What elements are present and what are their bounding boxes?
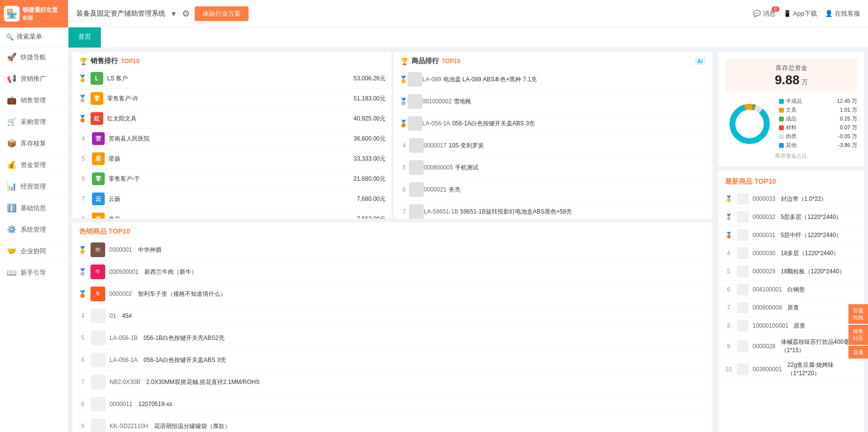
- table-row: 🥈 零 零售客户-许 51,183.00元: [72, 89, 391, 109]
- avatar: 星: [92, 152, 105, 165]
- sidebar-item-label: 基础信息: [21, 204, 46, 213]
- sidebar-item-label: 营销推广: [21, 74, 46, 83]
- legend-row: 肉类 -0.05 万: [779, 133, 857, 140]
- tab-home[interactable]: 首页: [69, 27, 101, 48]
- avatar: 苦: [92, 132, 105, 145]
- product-image: [91, 397, 106, 411]
- sidebar-item-system[interactable]: ⚙️ 系统管理: [0, 219, 68, 240]
- sidebar-item-collab[interactable]: 🤝 企业协同: [0, 240, 68, 262]
- product-image: 车: [91, 287, 105, 301]
- product-code: 0000017: [424, 142, 447, 149]
- product-name: 18颗粒板（1220*2440）: [781, 267, 858, 276]
- app-label: App下载: [793, 9, 817, 18]
- sidebar-item-inventory[interactable]: 📦 库存核算: [0, 133, 68, 154]
- sidebar-item-label: 经营管理: [21, 182, 46, 191]
- collab-icon: 🤝: [7, 246, 17, 256]
- search-menu[interactable]: 🔍 搜索菜单: [0, 27, 68, 47]
- rank-number: 8: [78, 401, 87, 408]
- product-code: 000800008: [753, 304, 782, 311]
- rank-number: 10: [724, 366, 733, 373]
- sidebar-item-label: 企业协同: [21, 247, 46, 256]
- product-name: 白钢垫: [787, 286, 858, 294]
- sidebar-item-finance[interactable]: 💰 资金管理: [0, 154, 68, 176]
- sidebar-item-guide[interactable]: 📖 新手引导: [0, 262, 68, 284]
- service-community-btn[interactable]: 服务社区: [848, 325, 868, 345]
- sidebar-item-purchase[interactable]: 🛒 采购管理: [0, 111, 68, 133]
- product-image: [737, 193, 749, 205]
- table-row: 8 肖 肖总 7,563.00元: [72, 209, 391, 218]
- product-name: 花语萌恒温分罐罐袋（厚款）: [154, 422, 707, 431]
- purchase-icon: 🛒: [7, 117, 17, 126]
- sales-icon: 💼: [7, 96, 17, 105]
- rank-number: 7: [78, 195, 88, 202]
- product-name: 056-1B白色按键开关壳ABS2壳: [143, 334, 707, 342]
- avatar: 红: [91, 112, 103, 125]
- sidebar-item-operations[interactable]: 📊 经营管理: [0, 176, 68, 197]
- avatar: 云: [92, 192, 105, 205]
- legend-value: -0.05 万: [833, 133, 857, 140]
- sales-ranking-title: 销售排行: [91, 57, 118, 66]
- rank-number: 🥇: [724, 195, 733, 202]
- table-row: 7 云 云扬 7,680.00元: [72, 189, 391, 209]
- inventory-icon: 📦: [7, 139, 17, 148]
- legend-name: 材料: [786, 124, 831, 131]
- sidebar-item-label: 采购管理: [21, 118, 46, 126]
- product-code: 0000030: [753, 250, 776, 257]
- list-item: 🥇 肉 0000001 中华神腊: [72, 239, 712, 261]
- system-dropdown-btn[interactable]: ▼: [170, 10, 177, 18]
- message-btn[interactable]: 💬 消息 6: [753, 9, 776, 18]
- product-name: 原查: [787, 304, 858, 312]
- newest-products-box: 最新商品 TOP10 🥇 0000033 封边带（1.0*22） 🥈 00000…: [718, 170, 864, 432]
- hot-products-list: 🥇 肉 0000001 中华神腊 🥈 牛 000500001 新西兰牛肉（新牛）…: [72, 239, 712, 432]
- logo-text: 畅捷通好生意 标版: [23, 6, 58, 21]
- customer-name: 肖总: [109, 215, 357, 219]
- product-code: 0000001: [109, 246, 132, 253]
- product-name: 体械荔枝味苏打饮品400毫升（1*15）: [781, 338, 858, 355]
- rank-number: 7: [399, 208, 409, 215]
- sales-ranking-top10: TOP10: [121, 58, 139, 65]
- sidebar-item-sales[interactable]: 💼 销售管理: [0, 90, 68, 111]
- product-ranking-title: 商品排行: [411, 57, 439, 66]
- search-icon: 🔍: [6, 33, 14, 41]
- list-item: 🥉 0000031 5层中纤（1220*2440）: [718, 226, 864, 244]
- sale-amount: 53,006.26元: [354, 74, 386, 83]
- legend-name: 其他: [786, 142, 831, 149]
- product-name: 封边带（1.0*22）: [781, 195, 858, 203]
- sidebar-item-quicknav[interactable]: 🚀 快捷导航: [0, 47, 68, 68]
- table-row: 🥉 LA-056-1A 056-1A白色按键开关盖ABS 3壳: [393, 113, 712, 135]
- trial-btn[interactable]: 体验行业方案: [195, 6, 249, 21]
- legend-row: 文具 1.01 万: [779, 106, 857, 114]
- legend-row: 材料 0.07 万: [779, 124, 857, 131]
- product-code: 10000100001: [753, 322, 788, 329]
- avatar: 肖: [92, 213, 105, 218]
- hot-products-label: 热销商品: [79, 227, 107, 235]
- avatar: L: [91, 72, 103, 85]
- sale-amount: 33,333.00元: [354, 155, 386, 163]
- list-item: 8 0000011 12070519-xs: [72, 393, 712, 415]
- sale-amount: 40,925.00元: [354, 115, 386, 123]
- rank-number: 8: [78, 216, 88, 218]
- medal-icon: 🥇: [78, 74, 87, 82]
- inventory-legend: 半成品 12.45 万 文具 1.01 万 成品 0.25 万: [779, 97, 857, 150]
- rank-number: 6: [78, 175, 88, 182]
- rank-number: 5: [78, 155, 88, 162]
- app-download-btn[interactable]: 📱 App下载: [783, 9, 817, 18]
- product-image: [408, 72, 422, 87]
- rank-number: 8: [724, 322, 733, 329]
- rank-number: 5: [724, 268, 733, 275]
- settings-btn[interactable]: ⚙: [182, 8, 190, 19]
- legend-value: 1.01 万: [833, 106, 857, 114]
- sale-amount: 51,183.00元: [354, 95, 386, 103]
- product-image: [409, 138, 424, 153]
- service-btn[interactable]: 👤 在线客服: [825, 9, 860, 18]
- list-item: 7 NB2.0X30B 2.0X30MM双搓花轴,搓花直径2.1MM/ROHS: [72, 371, 712, 393]
- table-row: 6 0000021 夹壳: [393, 179, 712, 201]
- service-icon: 👤: [825, 10, 833, 17]
- table-row: 🥇 L LS 客户 53,006.26元: [72, 69, 391, 89]
- customer-service-btn[interactable]: 客服热线: [848, 304, 868, 324]
- live-btn[interactable]: 直播: [848, 346, 868, 359]
- sidebar-item-marketing[interactable]: 📢 营销推广: [0, 68, 68, 90]
- table-row: 🥈 001000002 雪地靴: [393, 91, 712, 113]
- sidebar-item-basicinfo[interactable]: ℹ️ 基础信息: [0, 197, 68, 219]
- topbar: 装备及固定资产辅助管理系统 ▼ ⚙ 体验行业方案 💬 消息 6 📱 App下载 …: [69, 0, 868, 27]
